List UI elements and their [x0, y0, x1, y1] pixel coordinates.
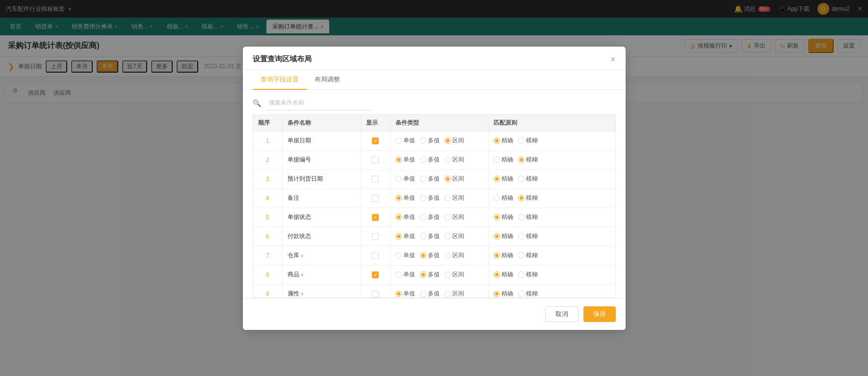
- radio-type-indicator-区间-8: [445, 291, 451, 297]
- radio-type-indicator-单值-4: [395, 214, 402, 220]
- dialog-tab-layout-adjust[interactable]: 布局调整: [307, 70, 348, 90]
- radio-type-多值-8[interactable]: 多值: [420, 290, 440, 298]
- radio-type-单值-8[interactable]: 单值: [395, 290, 415, 298]
- dialog-tabs: 查询字段设置 布局调整: [243, 70, 626, 90]
- radio-type-区间-1[interactable]: 区间: [445, 156, 464, 164]
- search-input[interactable]: [265, 96, 373, 110]
- checkbox-display-3[interactable]: [372, 195, 379, 202]
- radio-type-indicator-多值-3: [420, 195, 426, 201]
- checkbox-display-5[interactable]: [372, 233, 379, 240]
- cancel-button[interactable]: 取消: [545, 306, 579, 322]
- radio-type-多值-5[interactable]: 多值: [420, 232, 440, 241]
- radio-type-多值-2[interactable]: 多值: [420, 175, 440, 183]
- cell-order-1: 2: [253, 151, 283, 169]
- cell-order-0: 1: [253, 132, 283, 150]
- cell-type-6: 单值多值区间: [391, 246, 489, 265]
- radio-type-indicator-区间-2: [445, 176, 451, 182]
- dialog-tab-query-fields[interactable]: 查询字段设置: [253, 70, 307, 90]
- cell-match-2: 精确模糊: [489, 170, 597, 188]
- radio-match-模糊-2[interactable]: 模糊: [518, 175, 538, 183]
- radio-match-模糊-7[interactable]: 模糊: [518, 270, 538, 279]
- radio-type-单值-6[interactable]: 单值: [395, 251, 415, 260]
- save-button[interactable]: 保存: [583, 306, 616, 322]
- radio-type-多值-0[interactable]: 多值: [420, 136, 440, 145]
- radio-match-模糊-5[interactable]: 模糊: [518, 232, 538, 241]
- overlay: 设置查询区域布局 × 查询字段设置 布局调整 🔍 顺序 条件名称 显示 条件类型: [0, 0, 868, 376]
- radio-match-indicator-模糊-4: [518, 214, 525, 220]
- col-name-header: 条件名称: [283, 115, 361, 131]
- radio-match-精确-6[interactable]: 精确: [494, 251, 513, 260]
- radio-match-精确-5[interactable]: 精确: [494, 232, 513, 241]
- col-match-header: 匹配原则: [489, 115, 597, 131]
- cell-match-4: 精确模糊: [489, 208, 597, 227]
- radio-type-indicator-多值-8: [420, 291, 426, 297]
- radio-match-label-精确-4: 精确: [501, 213, 513, 221]
- radio-type-label-单值-0: 单值: [403, 136, 415, 145]
- table-row: 7仓库 ∨单值多值区间精确模糊: [253, 246, 615, 266]
- cell-order-3: 4: [253, 189, 283, 208]
- radio-type-多值-3[interactable]: 多值: [420, 194, 440, 202]
- table-row: 8商品 ∨✓单值多值区间精确模糊: [253, 266, 615, 285]
- radio-match-精确-7[interactable]: 精确: [494, 270, 513, 279]
- radio-type-indicator-区间-4: [445, 214, 451, 220]
- radio-match-精确-2[interactable]: 精确: [494, 175, 513, 183]
- radio-type-多值-6[interactable]: 多值: [420, 251, 440, 260]
- radio-match-模糊-6[interactable]: 模糊: [518, 251, 538, 260]
- radio-match-模糊-8[interactable]: 模糊: [518, 290, 538, 298]
- radio-type-单值-2[interactable]: 单值: [395, 175, 415, 183]
- radio-type-区间-2[interactable]: 区间: [445, 175, 464, 183]
- radio-type-indicator-单值-6: [395, 252, 402, 259]
- radio-match-精确-8[interactable]: 精确: [494, 290, 513, 298]
- radio-match-模糊-4[interactable]: 模糊: [518, 213, 538, 221]
- cell-display-8[interactable]: [361, 285, 391, 298]
- cell-display-0[interactable]: ✓: [361, 132, 391, 150]
- radio-type-区间-0[interactable]: 区间: [445, 136, 464, 145]
- cell-name-3: 备注: [283, 189, 361, 208]
- radio-type-区间-4[interactable]: 区间: [445, 213, 464, 221]
- cell-display-4[interactable]: ✓: [361, 208, 391, 227]
- radio-type-label-单值-5: 单值: [403, 232, 415, 241]
- checkbox-display-1[interactable]: [372, 157, 379, 163]
- cell-display-7[interactable]: ✓: [361, 266, 391, 284]
- radio-type-单值-4[interactable]: 单值: [395, 213, 415, 221]
- radio-match-模糊-1[interactable]: 模糊: [518, 156, 538, 164]
- radio-match-模糊-3[interactable]: 模糊: [518, 194, 538, 202]
- cell-order-2: 3: [253, 170, 283, 188]
- radio-match-精确-1[interactable]: 精确: [494, 156, 513, 164]
- radio-type-单值-1[interactable]: 单值: [395, 156, 415, 164]
- radio-type-多值-4[interactable]: 多值: [420, 213, 440, 221]
- cell-display-3[interactable]: [361, 189, 391, 208]
- cell-display-2[interactable]: [361, 170, 391, 188]
- radio-type-单值-5[interactable]: 单值: [395, 232, 415, 241]
- radio-match-模糊-0[interactable]: 模糊: [518, 136, 538, 145]
- radio-type-区间-8[interactable]: 区间: [445, 290, 464, 298]
- checkbox-display-6[interactable]: [372, 252, 379, 259]
- radio-type-label-多值-2: 多值: [428, 175, 440, 183]
- radio-match-精确-0[interactable]: 精确: [494, 136, 513, 145]
- checkbox-display-7[interactable]: ✓: [372, 271, 379, 278]
- checkbox-display-0[interactable]: ✓: [372, 137, 379, 144]
- cell-display-6[interactable]: [361, 246, 391, 265]
- radio-type-区间-3[interactable]: 区间: [445, 194, 464, 202]
- radio-type-单值-7[interactable]: 单值: [395, 270, 415, 279]
- cell-display-1[interactable]: [361, 151, 391, 169]
- dialog-close-button[interactable]: ×: [610, 54, 616, 65]
- table-row: 1单据日期✓单值多值区间精确模糊: [253, 132, 615, 151]
- checkbox-display-4[interactable]: ✓: [372, 214, 379, 221]
- radio-type-单值-3[interactable]: 单值: [395, 194, 415, 202]
- radio-type-区间-5[interactable]: 区间: [445, 232, 464, 241]
- radio-type-区间-6[interactable]: 区间: [445, 251, 464, 260]
- radio-type-多值-1[interactable]: 多值: [420, 156, 440, 164]
- radio-match-精确-4[interactable]: 精确: [494, 213, 513, 221]
- radio-match-label-模糊-2: 模糊: [526, 175, 538, 183]
- checkbox-display-8[interactable]: [372, 291, 379, 297]
- radio-type-单值-0[interactable]: 单值: [395, 136, 415, 145]
- radio-match-精确-3[interactable]: 精确: [494, 194, 513, 202]
- radio-type-label-区间-5: 区间: [452, 232, 464, 241]
- cell-order-7: 8: [253, 266, 283, 284]
- cell-display-5[interactable]: [361, 227, 391, 246]
- checkbox-display-2[interactable]: [372, 176, 379, 183]
- cell-name-7: 商品 ∨: [283, 266, 361, 284]
- radio-type-区间-7[interactable]: 区间: [445, 270, 464, 279]
- radio-type-多值-7[interactable]: 多值: [420, 270, 440, 279]
